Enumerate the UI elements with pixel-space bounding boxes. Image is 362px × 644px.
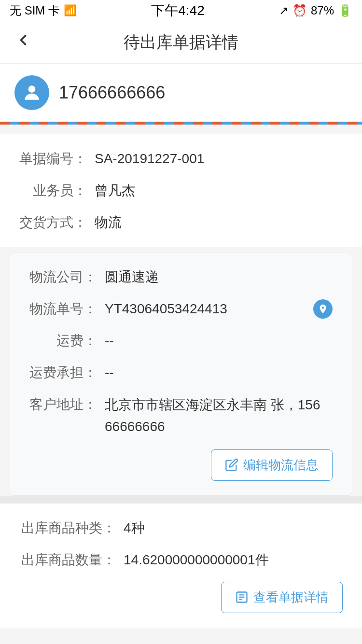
section-divider	[0, 496, 362, 504]
freight-bear-value: --	[105, 363, 333, 383]
doc-number-label: 单据编号：	[19, 149, 87, 169]
freight-row: 运费： --	[29, 331, 333, 351]
page-title: 待出库单据详情	[124, 31, 238, 54]
customer-header: 17666666666	[0, 64, 362, 122]
delivery-value: 物流	[95, 212, 343, 233]
view-detail-button[interactable]: 查看单据详情	[221, 582, 343, 613]
avatar	[14, 75, 49, 110]
carrier-label: 无 SIM 卡	[10, 3, 60, 18]
alarm-icon: ⏰	[292, 4, 307, 17]
tracking-label: 物流单号：	[29, 299, 97, 319]
freight-bear-row: 运费承担： --	[29, 363, 333, 383]
location-status-icon: ↗	[279, 4, 289, 17]
freight-label: 运费：	[29, 331, 97, 351]
doc-number-row: 单据编号： SA-20191227-001	[19, 149, 343, 169]
order-info-section: 单据编号： SA-20191227-001 业务员： 曾凡杰 交货方式： 物流	[0, 134, 362, 247]
status-right: ↗ ⏰ 87% 🔋	[279, 4, 352, 17]
salesman-label: 业务员：	[19, 181, 87, 201]
tracking-value: YT43064053424413	[105, 299, 307, 319]
address-value: 北京市市辖区海淀区永丰南 张，156 66666666	[105, 394, 333, 438]
edit-button-row: 编辑物流信息	[29, 449, 333, 481]
goods-quantity-row: 出库商品数量： 14.620000000000001件	[19, 550, 343, 570]
map-location-icon[interactable]	[313, 299, 333, 319]
battery-icon: 🔋	[338, 4, 352, 17]
edit-logistics-label: 编辑物流信息	[243, 457, 319, 474]
goods-section: 出库商品种类： 4种 出库商品数量： 14.620000000000001件 查…	[0, 504, 362, 628]
freight-value: --	[105, 331, 333, 351]
goods-quantity-value: 14.620000000000001件	[124, 550, 343, 570]
battery-label: 87%	[311, 4, 334, 17]
goods-quantity-label: 出库商品数量：	[19, 550, 116, 570]
logistics-company-label: 物流公司：	[29, 267, 97, 287]
wifi-icon: 📶	[64, 4, 77, 17]
status-bar: 无 SIM 卡 📶 下午4:42 ↗ ⏰ 87% 🔋	[0, 0, 362, 21]
salesman-row: 业务员： 曾凡杰	[19, 181, 343, 201]
time-label: 下午4:42	[151, 1, 205, 20]
edit-logistics-button[interactable]: 编辑物流信息	[211, 449, 333, 481]
view-detail-button-row: 查看单据详情	[19, 582, 343, 613]
delivery-label: 交货方式：	[19, 212, 87, 233]
doc-number-value: SA-20191227-001	[95, 149, 343, 169]
delivery-row: 交货方式： 物流	[19, 212, 343, 233]
logistics-company-value: 圆通速递	[105, 267, 333, 287]
address-label: 客户地址：	[29, 394, 97, 415]
view-detail-label: 查看单据详情	[253, 589, 329, 606]
logistics-company-row: 物流公司： 圆通速递	[29, 267, 333, 287]
freight-bear-label: 运费承担：	[29, 363, 97, 383]
logistics-section: 物流公司： 圆通速递 物流单号： YT43064053424413 运费： --…	[10, 252, 352, 496]
nav-bar: 待出库单据详情	[0, 21, 362, 64]
goods-type-row: 出库商品种类： 4种	[19, 518, 343, 538]
customer-phone: 17666666666	[59, 83, 165, 103]
goods-type-value: 4种	[124, 518, 343, 538]
dashed-divider	[0, 122, 362, 125]
empty-space	[0, 628, 362, 644]
goods-type-label: 出库商品种类：	[19, 518, 116, 538]
back-button[interactable]	[14, 31, 43, 53]
salesman-value: 曾凡杰	[95, 181, 343, 201]
svg-point-0	[28, 85, 36, 93]
address-row: 客户地址： 北京市市辖区海淀区永丰南 张，156 66666666	[29, 394, 333, 438]
tracking-row: 物流单号： YT43064053424413	[29, 299, 333, 319]
status-left: 无 SIM 卡 📶	[10, 3, 77, 18]
